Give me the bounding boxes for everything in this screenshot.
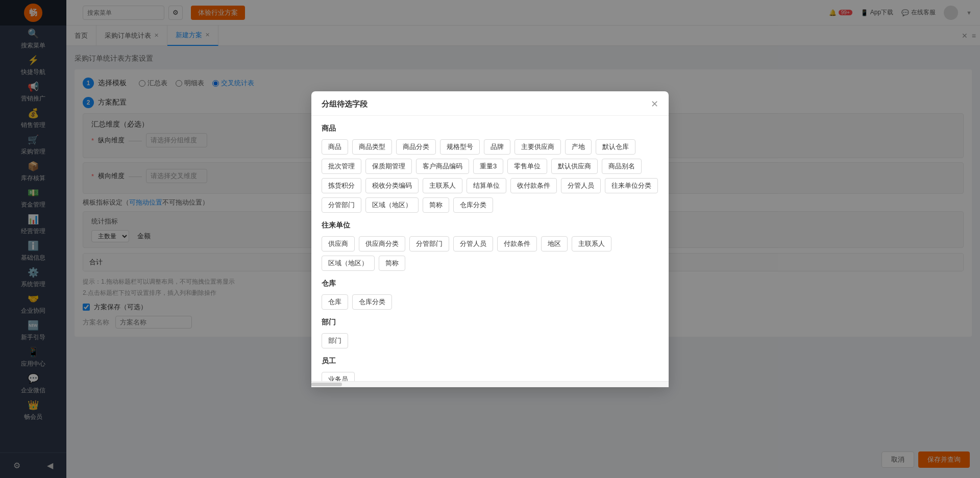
section-goods-title: 商品: [322, 124, 658, 133]
field-tag[interactable]: 商品: [322, 139, 348, 155]
modal-horizontal-scrollbar[interactable]: [311, 381, 669, 387]
field-tag[interactable]: 品牌: [484, 139, 510, 155]
field-tag[interactable]: 税收分类编码: [365, 178, 419, 193]
modal-header: 分组待选字段 ✕: [311, 91, 669, 116]
field-tag[interactable]: 批次管理: [322, 159, 361, 174]
field-tag[interactable]: 简称: [423, 197, 449, 213]
field-tag[interactable]: 付款条件: [497, 236, 537, 251]
section-dept-title: 部门: [322, 318, 658, 327]
field-tag[interactable]: 规格型号: [440, 139, 480, 155]
field-select-modal: 分组待选字段 ✕ 商品 商品 商品类型 商品分类 规格型号 品牌 主要供应商 产…: [311, 91, 669, 387]
field-tag[interactable]: 商品分类: [396, 139, 436, 155]
field-tag[interactable]: 区域（地区）: [365, 197, 419, 213]
modal-title: 分组待选字段: [322, 99, 368, 109]
field-tag[interactable]: 主要供应商: [514, 139, 561, 155]
field-tag[interactable]: 默认仓库: [596, 139, 635, 155]
field-tag[interactable]: 仓库分类: [352, 294, 392, 310]
section-goods-fields: 商品 商品类型 商品分类 规格型号 品牌 主要供应商 产地 默认仓库 批次管理 …: [322, 139, 658, 213]
field-tag[interactable]: 分管部门: [409, 236, 449, 251]
field-tag[interactable]: 分管人员: [453, 236, 493, 251]
modal-overlay: 分组待选字段 ✕ 商品 商品 商品类型 商品分类 规格型号 品牌 主要供应商 产…: [0, 0, 980, 478]
field-tag[interactable]: 供应商: [322, 236, 355, 251]
section-warehouse-fields: 仓库 仓库分类: [322, 294, 658, 310]
modal-body[interactable]: 商品 商品 商品类型 商品分类 规格型号 品牌 主要供应商 产地 默认仓库 批次…: [311, 116, 669, 381]
modal-close-btn[interactable]: ✕: [651, 99, 658, 109]
field-tag[interactable]: 部门: [322, 333, 348, 348]
field-tag[interactable]: 主联系人: [572, 236, 611, 251]
section-employee-title: 员工: [322, 357, 658, 366]
field-tag[interactable]: 产地: [565, 139, 592, 155]
field-tag[interactable]: 业务员: [322, 372, 355, 381]
field-tag[interactable]: 商品类型: [352, 139, 392, 155]
hscroll-thumb[interactable]: [311, 383, 342, 386]
field-tag[interactable]: 重量3: [473, 159, 503, 174]
section-warehouse-title: 仓库: [322, 279, 658, 288]
section-partner-title: 往来单位: [322, 221, 658, 230]
field-tag[interactable]: 往来单位分类: [605, 178, 658, 193]
field-tag[interactable]: 结算单位: [467, 178, 506, 193]
field-tag[interactable]: 零售单位: [507, 159, 547, 174]
field-tag[interactable]: 简称: [379, 256, 405, 271]
field-tag[interactable]: 默认供应商: [551, 159, 598, 174]
field-tag[interactable]: 分管人员: [561, 178, 601, 193]
field-tag[interactable]: 地区: [541, 236, 568, 251]
field-tag[interactable]: 分管部门: [322, 197, 361, 213]
field-tag[interactable]: 保质期管理: [365, 159, 412, 174]
field-tag[interactable]: 商品别名: [602, 159, 642, 174]
section-partner-fields: 供应商 供应商分类 分管部门 分管人员 付款条件 地区 主联系人 区域（地区） …: [322, 236, 658, 271]
section-employee-fields: 业务员: [322, 372, 658, 381]
field-tag[interactable]: 客户商品编码: [416, 159, 469, 174]
field-tag[interactable]: 收付款条件: [510, 178, 557, 193]
field-tag[interactable]: 供应商分类: [359, 236, 405, 251]
field-tag[interactable]: 主联系人: [423, 178, 462, 193]
field-tag[interactable]: 拣货积分: [322, 178, 361, 193]
field-tag[interactable]: 仓库: [322, 294, 348, 310]
field-tag[interactable]: 区域（地区）: [322, 256, 375, 271]
field-tag[interactable]: 仓库分类: [453, 197, 493, 213]
section-dept-fields: 部门: [322, 333, 658, 348]
